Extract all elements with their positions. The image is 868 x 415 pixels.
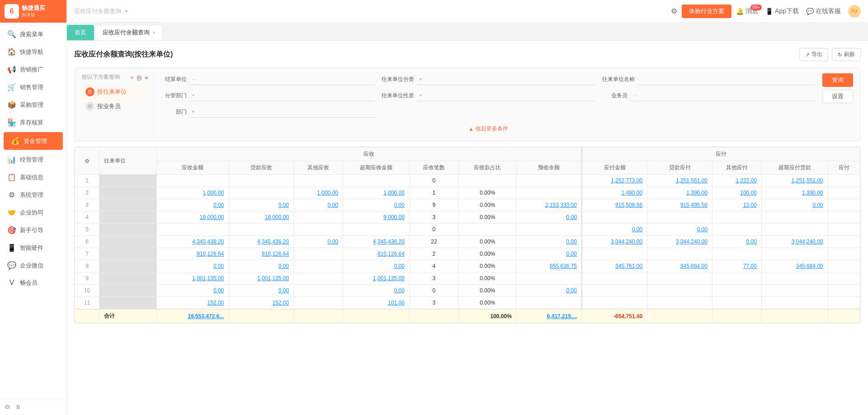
scheme-collapse-icon[interactable]: « <box>145 74 148 81</box>
query-button[interactable]: 查询 <box>822 73 853 87</box>
table-cell[interactable]: 1,001,135.00 <box>156 272 229 285</box>
table-cell[interactable] <box>761 211 828 224</box>
table-cell[interactable]: 345,761.00 <box>582 260 647 272</box>
table-cell[interactable] <box>582 248 647 260</box>
table-cell[interactable]: 2,153,333.00 <box>516 199 582 211</box>
table-cell[interactable] <box>712 224 761 236</box>
table-cell[interactable] <box>294 285 343 297</box>
table-cell[interactable]: 1,000.00 <box>156 187 229 199</box>
table-cell[interactable]: 0.00 <box>516 248 582 260</box>
table-cell[interactable]: 0.00 <box>229 285 294 297</box>
table-cell[interactable]: 152.00 <box>229 297 294 310</box>
table-cell[interactable]: 152.00 <box>156 297 229 310</box>
partner-name-input[interactable] <box>637 73 815 85</box>
table-cell[interactable]: 0.00 <box>156 285 229 297</box>
table-cell[interactable]: 1,251,551.00 <box>761 175 828 187</box>
table-cell[interactable]: 0.00 <box>516 211 582 224</box>
scheme-settings-icon[interactable]: ◎ <box>137 74 142 81</box>
filter-option-by-staff[interactable]: 按 按业务员 <box>82 99 148 114</box>
table-cell[interactable] <box>712 297 761 310</box>
table-cell[interactable]: 4,345,436.20 <box>229 236 294 248</box>
table-cell[interactable] <box>582 211 647 224</box>
table-cell[interactable]: 1,252,773.00 <box>582 175 647 187</box>
table-cell[interactable]: 810,126.64 <box>156 248 229 260</box>
table-cell[interactable]: 3,044,240.00 <box>582 236 647 248</box>
table-cell[interactable] <box>294 297 343 310</box>
table-cell[interactable]: 915,495.56 <box>647 199 712 211</box>
sidebar-item-search[interactable]: 🔍搜索菜单 <box>0 25 66 43</box>
sidebar-item-enterprise-collab[interactable]: 🤝企业协同 <box>0 204 66 221</box>
table-cell[interactable] <box>294 248 343 260</box>
table-cell[interactable] <box>582 285 647 297</box>
sidebar-item-basic-info[interactable]: 📋基础信息 <box>0 168 66 186</box>
sidebar-item-quick-nav[interactable]: 🏠快捷导航 <box>0 43 66 61</box>
table-cell[interactable]: 1,001,135.00 <box>229 272 294 285</box>
table-cell[interactable]: 1,390.00 <box>647 187 712 199</box>
partner-nature-input[interactable]: ▾ <box>417 90 594 101</box>
table-cell[interactable]: 18,000.00 <box>229 211 294 224</box>
tab-araps[interactable]: 应收应付余额查询× <box>95 25 163 40</box>
partner-category-input[interactable]: ▾ <box>417 73 594 85</box>
table-cell[interactable]: 0.00 <box>229 199 294 211</box>
table-cell[interactable]: 4,345,436.20 <box>156 236 229 248</box>
table-cell[interactable] <box>582 272 647 285</box>
table-cell[interactable] <box>516 187 582 199</box>
table-cell[interactable]: 100.00 <box>712 187 761 199</box>
sidebar-item-operations[interactable]: 📊经营管理 <box>0 151 66 168</box>
table-cell[interactable] <box>761 224 828 236</box>
filter-collapse-button[interactable]: ▲ 收起更多条件 <box>161 122 815 135</box>
table-cell[interactable]: 0.00 <box>343 260 410 272</box>
table-cell[interactable] <box>516 175 582 187</box>
table-cell[interactable]: 810,126.64 <box>229 248 294 260</box>
refresh-button[interactable]: ↻ 刷新 <box>832 48 861 61</box>
app-download-button[interactable]: 📱 App下载 <box>765 7 799 15</box>
salesperson-input[interactable]: ··· <box>630 90 815 101</box>
sidebar-item-member[interactable]: V畅会员 <box>0 274 66 291</box>
sidebar-item-finance[interactable]: 💰资金管理 <box>4 132 63 150</box>
sidebar-collapse-icon[interactable]: ⏸ <box>15 403 21 410</box>
sidebar-item-system[interactable]: ⚙系统管理 <box>0 186 66 204</box>
sidebar-settings-icon[interactable]: ⚙ <box>5 403 10 410</box>
filter-option-by-partner[interactable]: 按 按往来单位 <box>82 85 148 99</box>
table-cell[interactable]: 1,390.00 <box>761 187 828 199</box>
table-cell[interactable]: 0.00 <box>516 236 582 248</box>
tab-close-araps[interactable]: × <box>152 30 155 35</box>
avatar[interactable]: Rit <box>848 5 861 18</box>
table-cell[interactable]: 345,684.00 <box>761 260 828 272</box>
sidebar-item-marketing[interactable]: 📢营销推广 <box>0 61 66 78</box>
table-cell[interactable]: 18,000.00 <box>156 211 229 224</box>
table-cell[interactable] <box>343 224 410 236</box>
industry-plan-button[interactable]: 体验行业方案 <box>682 5 731 18</box>
table-cell[interactable] <box>343 175 410 187</box>
table-cell[interactable] <box>712 285 761 297</box>
table-cell[interactable] <box>294 175 343 187</box>
table-cell[interactable]: 9,000.00 <box>343 211 410 224</box>
table-cell[interactable]: 1,490.00 <box>582 187 647 199</box>
tab-home[interactable]: 首页 <box>67 25 94 40</box>
table-cell[interactable] <box>294 272 343 285</box>
table-cell[interactable] <box>647 297 712 310</box>
table-cell[interactable] <box>229 187 294 199</box>
gear-icon[interactable]: ⚙ <box>671 7 677 15</box>
table-cell[interactable] <box>229 175 294 187</box>
sidebar-item-purchase[interactable]: 📦采购管理 <box>0 96 66 114</box>
table-cell[interactable] <box>156 224 229 236</box>
table-cell[interactable]: 0.00 <box>156 199 229 211</box>
table-cell[interactable]: 1,222.00 <box>712 175 761 187</box>
table-cell[interactable] <box>647 285 712 297</box>
footer-ar-total[interactable]: 19,553,472,6... <box>156 309 229 323</box>
table-cell[interactable]: 915,508.56 <box>582 199 647 211</box>
table-cell[interactable] <box>582 297 647 310</box>
table-cell[interactable]: 0.00 <box>647 224 712 236</box>
sidebar-item-smart-hardware[interactable]: 📱智能硬件 <box>0 239 66 257</box>
table-cell[interactable] <box>229 224 294 236</box>
table-cell[interactable] <box>294 260 343 272</box>
table-cell[interactable]: 3,044,240.00 <box>647 236 712 248</box>
table-cell[interactable]: 1,000.00 <box>343 187 410 199</box>
table-cell[interactable]: 1,251,551.00 <box>647 175 712 187</box>
add-scheme-icon[interactable]: + <box>130 74 134 81</box>
table-cell[interactable]: 0.00 <box>582 224 647 236</box>
table-cell[interactable] <box>712 272 761 285</box>
sidebar-item-inventory[interactable]: 🏪库存核算 <box>0 114 66 131</box>
messages-button[interactable]: 🔔 消息 99+ <box>736 7 758 15</box>
